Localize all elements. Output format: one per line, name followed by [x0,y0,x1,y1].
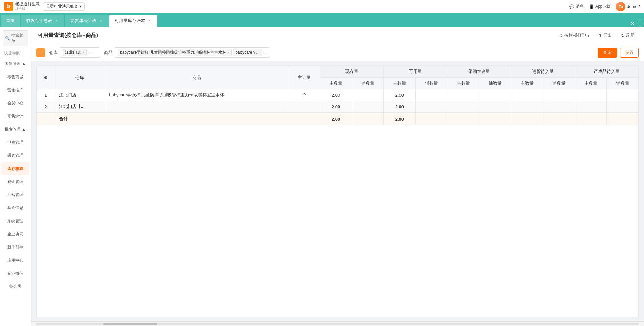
logo-text-block: 畅捷通好生意 标准版 [15,2,40,11]
row-unit: 个 [288,89,320,101]
query-button[interactable]: 查询 [598,48,617,58]
user-menu[interactable]: Ea demo2 [616,2,640,11]
tab-receipts-label: 收发存汇总表 [26,18,52,24]
row-no: 2 [37,101,55,113]
newbie-label: 新手引导 [4,244,26,250]
row-no: 1 [37,89,55,101]
settings-button[interactable]: 设置 [620,48,639,58]
retail-stats-label: 零售统计 [4,113,26,119]
export-button[interactable]: ⬆ 导出 [596,31,615,40]
refresh-icon: ↻ [621,33,625,38]
row-stock-main: 2.00 [320,89,352,101]
scroll-track[interactable] [36,323,639,325]
th-unit: 主计量 [288,66,320,89]
row-pur-main [447,89,479,101]
row-arr-main [511,101,543,113]
top-bar-right: 💬 消息 📱 App下载 Ea demo2 [569,2,640,11]
row-prod-main [575,101,607,113]
sidebar-item-purchase[interactable]: 采购管理 [1,149,29,162]
warehouse-filter-label: 仓库 [49,50,58,56]
tab-receipts-close[interactable]: × [54,18,59,23]
tab-order-stats[interactable]: 要货单统计表 × [65,15,109,27]
refresh-button[interactable]: ↻ 刷新 [618,31,637,40]
top-bar-left: 好 畅捷通好生意 标准版 母婴行业演示账套 ▾ [4,2,85,11]
sidebar-item-enterprise[interactable]: 企业协同 [1,228,29,240]
search-icon: 🔍 [5,36,10,41]
th-avail-main: 主数量 [384,78,416,89]
sidebar-item-retail-mgmt[interactable]: 零售管理 ▲ [1,58,29,70]
sidebar-item-marketing[interactable]: 营销推广 [1,84,29,96]
sidebar-item-system[interactable]: 系统管理 [1,215,29,227]
sidebar-item-enterprise-wx[interactable]: 企业微信 [1,267,29,280]
warehouse-input[interactable]: 江北门店 × ··· [60,47,100,58]
th-settings[interactable]: ⚙ [37,66,55,89]
warehouse-tag-value: 江北门店 [65,50,81,55]
warehouse-tag: 江北门店 × [63,49,87,56]
print-template-button[interactable]: 🖨 按模板打印 ▾ [556,31,592,40]
download-label: App下载 [595,4,610,9]
print-icon: 🖨 [558,33,563,38]
filter-expand-button[interactable]: » [36,48,45,57]
nav-tabs: 首页 收发存汇总表 × 要货单统计表 × 可用量库存账本 × ✕ ⛶ [0,13,644,27]
product-more-icon[interactable]: ··· [263,50,267,55]
sidebar-item-operations[interactable]: 经营管理 [1,189,29,201]
row-pur-aux [479,89,511,101]
th-group-purchase: 采购在途量 [447,66,511,78]
th-group-available: 可用量 [384,66,447,78]
total-empty-1 [37,113,55,125]
member-center-label: 会员中心 [4,100,26,106]
tab-home[interactable]: 首页 [1,15,20,27]
row-prod-aux [607,101,638,113]
row-arr-main [511,89,543,101]
search-menu-button[interactable]: 🔍 搜索菜单 [3,30,28,46]
sidebar-item-app-center[interactable]: 应用中心 [1,254,29,267]
export-icon: ⬆ [598,33,602,38]
username: demo2 [627,4,640,9]
th-product: 商品 [105,66,288,89]
page-header: 可用量查询(按仓库+商品) 🖨 按模板打印 ▾ ⬆ 导出 ↻ 刷新 [31,27,644,44]
sidebar-item-inventory[interactable]: 库存核算 [1,162,29,175]
app-download-button[interactable]: 📱 App下载 [589,4,610,9]
tab-order-stats-close[interactable]: × [99,18,103,23]
sidebar-item-newbie[interactable]: 新手引导 [1,241,29,253]
finance-label: 资金管理 [4,179,26,185]
product-tag-1: babycare学饮杯 儿童防摔防撞吸管杯重力球吸嘴杯宝宝水杯 × [118,49,232,56]
sidebar-item-vip[interactable]: 畅会员 [1,280,29,293]
warehouse-more-icon[interactable]: ··· [88,50,92,55]
message-button[interactable]: 💬 消息 [569,4,584,9]
row-warehouse: 江北门店【... [55,101,105,113]
sidebar-item-finance[interactable]: 资金管理 [1,176,29,188]
tab-available-stock[interactable]: 可用量库存账本 × [109,15,157,27]
sidebar-item-retail-stats[interactable]: 零售统计 [1,110,29,123]
sidebar-item-member-center[interactable]: 会员中心 [1,97,29,109]
tab-available-stock-label: 可用量库存账本 [115,18,145,24]
sidebar-item-ecommerce[interactable]: 电商管理 [1,136,29,149]
row-product [105,101,288,113]
sidebar-item-retail-mall[interactable]: 零售商城 [1,71,29,83]
th-prod-aux: 辅数量 [607,78,638,89]
horizontal-scroll-area [31,321,644,326]
logo-sub: 标准版 [15,7,40,11]
row-arr-aux [543,101,575,113]
tab-available-stock-close[interactable]: × [147,18,152,23]
row-avail-main: 2.00 [384,101,416,113]
tab-receipts[interactable]: 收发存汇总表 × [21,15,64,27]
sidebar-item-basics[interactable]: 基础信息 [1,202,29,214]
sidebar-item-wholesale-mgmt[interactable]: 批发管理 ▲ [1,123,29,136]
close-all-tabs-button[interactable]: ✕ [630,20,635,27]
operations-label: 经营管理 [4,192,26,198]
filter-bar: » 仓库 江北门店 × ··· 商品 babycare学饮杯 儿童防摔防撞吸管杯… [31,44,644,61]
sidebar-search-area: 🔍 搜索菜单 [0,27,31,48]
expand-window-button[interactable]: ⛶ [637,21,643,27]
scroll-thumb[interactable] [103,323,157,325]
product-tag-1-value: babycare学饮杯 儿童防摔防撞吸管杯重力球吸嘴杯宝宝水杯 [120,50,226,55]
th-pur-main: 主数量 [447,78,479,89]
product-input[interactable]: babycare学饮杯 儿童防摔防撞吸管杯重力球吸嘴杯宝宝水杯 × babyca… [115,47,270,58]
industry-selector[interactable]: 母婴行业演示账套 ▾ [43,2,85,11]
product-tag-1-close[interactable]: × [227,51,229,55]
row-stock-main: 2.00 [320,101,352,113]
tab-home-label: 首页 [6,18,15,24]
system-label: 系统管理 [4,218,26,224]
product-filter: 商品 babycare学饮杯 儿童防摔防撞吸管杯重力球吸嘴杯宝宝水杯 × bab… [104,47,270,58]
warehouse-tag-close[interactable]: × [82,51,84,55]
